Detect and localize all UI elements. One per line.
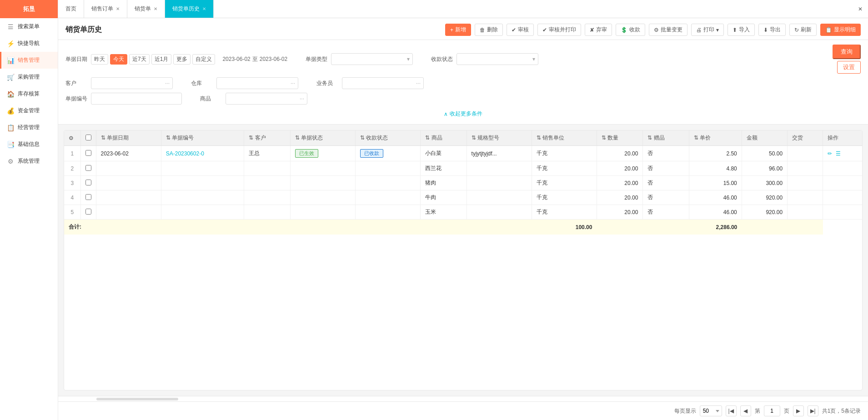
row-num: 5: [64, 205, 80, 220]
date-btn-1month[interactable]: 近1月: [151, 54, 172, 65]
tab-home[interactable]: 首页: [58, 0, 84, 18]
sort-date-icon: ⇅: [101, 135, 105, 141]
close-sales-order-tab[interactable]: ✕: [116, 6, 120, 11]
page-number-input[interactable]: [764, 405, 780, 416]
th-date[interactable]: ⇅ 单据日期: [96, 130, 161, 146]
row-delivery: [788, 190, 823, 205]
doc-number-field: 单据编号: [65, 93, 182, 105]
row-unit: 千克: [532, 190, 597, 205]
customer-dots-icon[interactable]: ···: [165, 80, 170, 86]
th-pay-status[interactable]: ⇅ 收款状态: [356, 130, 421, 146]
doc-number-input[interactable]: [91, 93, 182, 105]
detail-icon[interactable]: ☰: [836, 150, 841, 157]
doc-type-dropdown-icon[interactable]: ▾: [407, 56, 410, 62]
sort-docno-icon: ⇅: [166, 135, 171, 141]
payment-status-dropdown-icon[interactable]: ▾: [532, 56, 535, 62]
goods-dots-icon[interactable]: ···: [300, 95, 304, 102]
print-icon: 🖨: [696, 27, 702, 33]
close-sales-history-tab[interactable]: ✕: [202, 6, 206, 11]
close-sales-delivery-tab[interactable]: ✕: [154, 6, 157, 11]
payment-status-label: 收款状态: [431, 55, 454, 63]
th-goods[interactable]: ⇅ 商品: [421, 130, 467, 146]
sidebar-item-search-menu[interactable]: ☰ 搜索菜单: [0, 18, 58, 35]
staff-input[interactable]: [345, 80, 416, 86]
payment-status-input[interactable]: [460, 56, 532, 62]
sidebar-item-basic-info[interactable]: 📑 基础信息: [0, 136, 58, 153]
tab-sales-order[interactable]: 销售订单 ✕: [84, 0, 127, 18]
sidebar-item-inventory[interactable]: 🏠 库存核算: [0, 85, 58, 102]
sidebar-item-finance[interactable]: 💰 资金管理: [0, 102, 58, 119]
tab-sales-history[interactable]: 销货单历史 ✕: [165, 0, 214, 18]
query-button[interactable]: 查询: [833, 45, 861, 59]
th-customer[interactable]: ⇅ 客户: [244, 130, 290, 146]
scrollbar-thumb[interactable]: [96, 398, 178, 400]
th-doc-no[interactable]: ⇅ 单据编号: [161, 130, 244, 146]
delete-button[interactable]: 🗑 删除: [475, 24, 503, 36]
th-spec[interactable]: ⇅ 规格型号: [467, 130, 532, 146]
th-price[interactable]: ⇅ 单价: [689, 130, 742, 146]
import-button[interactable]: ⬆ 导入: [728, 24, 755, 36]
date-btn-7days[interactable]: 近7天: [129, 54, 150, 65]
customer-input[interactable]: [94, 80, 165, 86]
table-settings-icon[interactable]: ⚙: [69, 135, 74, 141]
warehouse-dots-icon[interactable]: ···: [291, 80, 295, 86]
sidebar-item-quick-nav[interactable]: ⚡ 快捷导航: [0, 35, 58, 52]
audit-button[interactable]: ✔ 审核: [507, 24, 534, 36]
show-detail-button[interactable]: 📋 显示明细: [820, 24, 861, 36]
date-btn-today[interactable]: 今天: [110, 54, 127, 65]
last-page-btn[interactable]: ▶|: [808, 405, 818, 416]
sort-customer-icon: ⇅: [249, 135, 253, 141]
select-all-checkbox[interactable]: [85, 135, 91, 140]
doc-type-input[interactable]: [334, 56, 407, 62]
warehouse-input[interactable]: [220, 80, 291, 86]
sidebar-item-operations[interactable]: 📋 经营管理: [0, 119, 58, 136]
sidebar-item-label: 快捷导航: [18, 40, 40, 47]
th-unit[interactable]: ⇅ 销售单位: [532, 130, 597, 146]
tab-sales-delivery[interactable]: 销货单 ✕: [127, 0, 165, 18]
refresh-button[interactable]: ↻ 刷新: [789, 24, 817, 36]
print-button[interactable]: 🖨 打印 ▾: [691, 24, 724, 36]
export-button[interactable]: ⬇ 导出: [758, 24, 786, 36]
th-qty[interactable]: ⇅ 数量: [597, 130, 642, 146]
setting-button[interactable]: 设置: [837, 61, 861, 74]
horizontal-scrollbar[interactable]: [58, 396, 868, 401]
row-spec: [467, 161, 532, 176]
date-btn-yesterday[interactable]: 昨天: [91, 54, 108, 65]
row-doc-no: [161, 176, 244, 190]
doc-number-label: 单据编号: [65, 95, 88, 103]
edit-icon[interactable]: ✏: [828, 150, 832, 157]
row-gift: 否: [643, 146, 689, 161]
row-price: 4.80: [689, 161, 742, 176]
system-icon: ⚙: [7, 158, 14, 165]
sidebar-item-sales-mgmt[interactable]: 📊 销售管理: [0, 52, 58, 69]
receive-button[interactable]: 💲 收款: [616, 24, 645, 36]
row-doc-no: [161, 205, 244, 220]
goods-input[interactable]: [229, 95, 300, 102]
tab-bar-close-btn[interactable]: ✕: [853, 0, 868, 18]
th-gift[interactable]: ⇅ 赠品: [643, 130, 689, 146]
date-btn-more[interactable]: 更多: [173, 54, 191, 65]
batch-change-button[interactable]: ⚙ 批量变更: [649, 24, 687, 36]
sidebar-item-system[interactable]: ⚙ 系统管理: [0, 153, 58, 170]
th-settings: ⚙: [64, 130, 80, 146]
th-amount[interactable]: 金额: [742, 130, 787, 146]
sort-spec-icon: ⇅: [472, 135, 476, 141]
staff-dots-icon[interactable]: ···: [416, 80, 421, 86]
abandon-icon: ✘: [590, 27, 594, 33]
sidebar-item-label: 销售管理: [18, 56, 40, 64]
date-btn-custom[interactable]: 自定义: [192, 54, 215, 65]
next-page-btn[interactable]: ▶: [793, 405, 804, 416]
prev-page-btn[interactable]: ◀: [740, 405, 751, 416]
sidebar-item-label: 资金管理: [18, 107, 40, 115]
audit-print-button[interactable]: ✔ 审核并打印: [537, 24, 581, 36]
row-num: 3: [64, 176, 80, 190]
abandon-button[interactable]: ✘ 弃审: [585, 24, 612, 36]
th-status[interactable]: ⇅ 单据状态: [290, 130, 355, 146]
add-button[interactable]: + 新增: [445, 24, 471, 36]
first-page-btn[interactable]: |◀: [726, 405, 737, 416]
per-page-select[interactable]: 50 100 200: [700, 405, 722, 416]
page-header: 销货单历史 + 新增 🗑 删除 ✔ 审核 ✔ 审核并打印: [58, 18, 868, 40]
collapse-button[interactable]: ∧ 收起更多条件: [65, 108, 861, 120]
th-delivery[interactable]: 交货: [788, 130, 823, 146]
sidebar-item-purchase-mgmt[interactable]: 🛒 采购管理: [0, 69, 58, 85]
